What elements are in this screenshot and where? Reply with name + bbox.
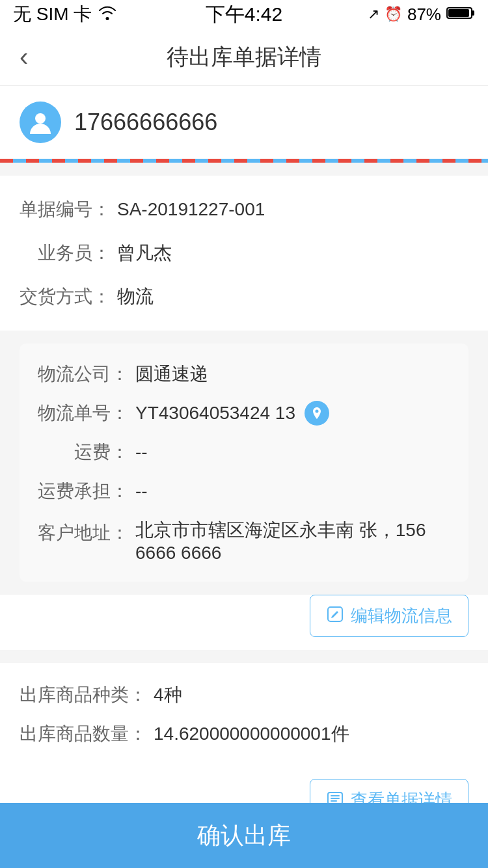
nav-bar: ‹ 待出库单据详情 [0,29,488,86]
logistics-tracking-value: YT43064053424 13 [135,401,450,426]
goods-section: 出库商品种类： 4种 出库商品数量： 14.620000000000001件 [0,663,488,766]
address-value: 北京市市辖区海淀区永丰南 张，156 6666 6666 [135,518,450,563]
carrier-text: 无 SIM 卡 [13,2,92,27]
section-divider-1 [0,650,488,663]
salesman-label: 业务员： [20,239,111,268]
svg-rect-2 [448,9,469,17]
order-no-value: SA-20191227-001 [117,195,468,224]
confirm-btn-wrapper: 确认出库 [0,803,488,868]
confirm-outbound-button[interactable]: 确认出库 [0,803,488,868]
address-row: 客户地址： 北京市市辖区海淀区永丰南 张，156 6666 6666 [38,518,450,563]
dashed-divider [0,159,488,163]
goods-quantity-row: 出库商品数量： 14.620000000000001件 [20,722,468,746]
delivery-row: 交货方式： 物流 [20,282,468,312]
freight-label: 运费： [38,440,129,465]
page-title: 待出库单据详情 [167,42,321,72]
freight-bearer-row: 运费承担： -- [38,479,450,504]
freight-row: 运费： -- [38,440,450,465]
logistics-company-row: 物流公司： 圆通速递 [38,362,450,387]
freight-value: -- [135,442,450,463]
order-no-label: 单据编号： [20,195,111,224]
goods-types-label: 出库商品种类： [20,683,147,707]
battery-icon [446,5,475,25]
logistics-card: 物流公司： 圆通速递 物流单号： YT43064053424 13 运费： --… [20,344,468,582]
back-button[interactable]: ‹ [20,42,28,72]
location-status-icon: ↗ [368,6,379,23]
logistics-tracking-row: 物流单号： YT43064053424 13 [38,401,450,426]
status-left: 无 SIM 卡 [13,2,116,27]
battery-text: 87% [407,5,441,25]
status-right: ↗ ⏰ 87% [368,5,475,25]
status-time: 下午4:42 [206,1,282,28]
svg-rect-1 [472,10,474,16]
address-label: 客户地址： [38,518,129,545]
svg-point-3 [35,113,46,124]
wifi-icon [98,4,116,25]
edit-btn-wrapper: 编辑物流信息 [0,595,488,650]
delivery-value: 物流 [117,282,468,312]
basic-info-section: 单据编号： SA-20191227-001 业务员： 曾凡杰 交货方式： 物流 [0,176,488,331]
order-no-row: 单据编号： SA-20191227-001 [20,195,468,224]
tracking-location-icon[interactable] [305,401,329,426]
back-icon: ‹ [20,42,28,71]
confirm-btn-label: 确认出库 [197,820,291,852]
salesman-value: 曾凡杰 [117,239,468,268]
edit-logistics-button[interactable]: 编辑物流信息 [310,595,468,637]
goods-quantity-label: 出库商品数量： [20,722,147,746]
edit-icon [326,605,344,627]
status-bar: 无 SIM 卡 下午4:42 ↗ ⏰ 87% [0,0,488,29]
delivery-label: 交货方式： [20,282,111,312]
goods-types-value: 4种 [154,683,182,707]
goods-types-row: 出库商品种类： 4种 [20,683,468,707]
logistics-company-label: 物流公司： [38,362,129,387]
logistics-company-value: 圆通速递 [135,362,450,387]
avatar [20,102,61,143]
phone-header: 17666666666 [0,86,488,159]
edit-logistics-label: 编辑物流信息 [351,604,452,627]
logistics-tracking-label: 物流单号： [38,401,129,426]
phone-number: 17666666666 [74,109,217,136]
tracking-number-text: YT43064053424 13 [135,403,295,424]
salesman-row: 业务员： 曾凡杰 [20,239,468,268]
freight-bearer-label: 运费承担： [38,479,129,504]
freight-bearer-value: -- [135,481,450,502]
goods-quantity-value: 14.620000000000001件 [154,722,349,746]
alarm-icon: ⏰ [385,6,402,23]
